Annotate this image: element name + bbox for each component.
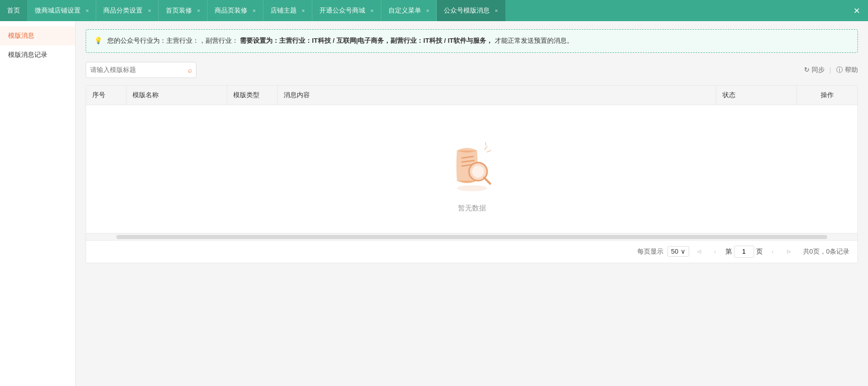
sidebar-item-template-msg[interactable]: 模版消息 <box>0 26 75 45</box>
sync-icon: ↻ <box>804 66 810 73</box>
tab-category-close[interactable]: × <box>148 8 151 14</box>
content-area: 💡 您的公众号行业为：主营行业：，副营行业： 需要设置为：主营行业：IT科技 /… <box>76 21 868 386</box>
tab-mall[interactable]: 开通公众号商城 × <box>312 0 381 21</box>
top-nav: 首页 微商城店铺设置 × 商品分类设置 × 首页装修 × 商品页装修 × 店铺主… <box>0 0 868 21</box>
svg-point-5 <box>472 166 484 178</box>
th-content: 消息内容 <box>278 86 716 105</box>
per-page-label: 每页显示 <box>637 247 663 256</box>
sync-label: 同步 <box>812 65 825 74</box>
notice-prefix: 您的公众号行业为：主营行业：，副营行业： <box>107 37 238 44</box>
prev-page-button[interactable]: ‹ <box>709 246 721 258</box>
svg-point-0 <box>457 185 487 191</box>
page-number-input[interactable] <box>734 246 754 258</box>
next-page-button[interactable]: › <box>767 246 779 258</box>
th-name: 模版名称 <box>126 86 227 105</box>
tab-theme-close[interactable]: × <box>302 8 305 14</box>
page-label-after: 页 <box>756 247 763 256</box>
horizontal-scrollbar[interactable] <box>86 233 857 240</box>
tab-custmenu-close[interactable]: × <box>426 8 429 14</box>
svg-line-6 <box>484 178 490 184</box>
th-action: 操作 <box>797 86 857 105</box>
page-label-before: 第 <box>725 247 732 256</box>
tab-homepage-label: 首页装修 <box>166 6 192 15</box>
tab-mall-label: 开通公众号商城 <box>319 6 365 15</box>
th-status: 状态 <box>716 86 797 105</box>
tab-product-close[interactable]: × <box>252 8 255 14</box>
tab-custmenu[interactable]: 自定义菜单 × <box>381 0 437 21</box>
per-page-select[interactable]: 50 ∨ <box>667 246 689 257</box>
tab-wshop-label: 微商城店铺设置 <box>35 6 81 15</box>
tab-product[interactable]: 商品页装修 × <box>208 0 263 21</box>
tab-template-label: 公众号模版消息 <box>444 6 490 15</box>
tab-homepage-close[interactable]: × <box>197 8 200 14</box>
tab-wshop[interactable]: 微商城店铺设置 × <box>28 0 96 21</box>
tab-wshop-close[interactable]: × <box>86 8 89 14</box>
first-page-button[interactable]: ⊲ <box>693 246 705 258</box>
empty-state: 暂无数据 <box>86 105 857 233</box>
tab-product-label: 商品页装修 <box>215 6 247 15</box>
svg-line-8 <box>487 150 491 152</box>
th-type: 模版类型 <box>227 86 278 105</box>
data-table: 序号 模版名称 模版类型 消息内容 状态 操作 <box>86 85 858 263</box>
total-info: 共0页，0条记录 <box>803 247 849 256</box>
sync-button[interactable]: ↻ 同步 <box>804 65 825 74</box>
tab-template-close[interactable]: × <box>495 8 498 14</box>
tab-theme[interactable]: 店铺主题 × <box>263 0 312 21</box>
last-page-button[interactable]: ⊳ <box>783 246 795 258</box>
search-bar: ⌕ ↻ 同步 | ⓘ 帮助 <box>86 62 858 78</box>
notice-banner: 💡 您的公众号行业为：主营行业：，副营行业： 需要设置为：主营行业：IT科技 /… <box>86 29 858 53</box>
tab-mall-close[interactable]: × <box>370 8 373 14</box>
tab-home-label: 首页 <box>7 6 20 15</box>
tab-category-label: 商品分类设置 <box>103 6 143 15</box>
main-layout: 模版消息 模版消息记录 💡 您的公众号行业为：主营行业：，副营行业： 需要设置为… <box>0 21 868 386</box>
search-input[interactable] <box>90 66 188 73</box>
help-icon: ⓘ <box>836 65 843 74</box>
search-actions: ↻ 同步 | ⓘ 帮助 <box>804 65 858 74</box>
help-button[interactable]: ⓘ 帮助 <box>836 65 858 74</box>
action-divider: | <box>830 66 831 73</box>
help-label: 帮助 <box>845 65 858 74</box>
scrollbar-track <box>116 235 827 239</box>
notice-suffix: 才能正常发送预置的消息。 <box>495 37 573 44</box>
tab-category[interactable]: 商品分类设置 × <box>96 0 158 21</box>
th-seq: 序号 <box>86 86 126 105</box>
per-page-value: 50 <box>671 248 678 255</box>
search-input-wrap[interactable]: ⌕ <box>86 62 196 78</box>
empty-illustration <box>442 135 502 196</box>
svg-line-7 <box>485 146 487 149</box>
notice-highlight: 需要设置为：主营行业：IT科技 / 互联网|电子商务，副营行业：IT科技 / I… <box>240 37 493 44</box>
tab-homepage[interactable]: 首页装修 × <box>159 0 208 21</box>
sidebar-item-template-record[interactable]: 模版消息记录 <box>0 45 75 64</box>
tab-template[interactable]: 公众号模版消息 × <box>437 0 505 21</box>
tab-theme-label: 店铺主题 <box>271 6 297 15</box>
page-input-wrap: 第 页 <box>725 246 763 258</box>
pagination: 每页显示 50 ∨ ⊲ ‹ 第 页 › ⊳ 共0页，0条记录 <box>86 240 857 263</box>
tab-custmenu-label: 自定义菜单 <box>388 6 421 15</box>
search-icon[interactable]: ⌕ <box>188 66 192 74</box>
nav-close-button[interactable]: ✕ <box>845 0 868 21</box>
sidebar: 模版消息 模版消息记录 <box>0 21 76 386</box>
tab-home[interactable]: 首页 <box>0 0 28 21</box>
table-header: 序号 模版名称 模版类型 消息内容 状态 操作 <box>86 86 857 105</box>
bulb-icon: 💡 <box>94 37 102 44</box>
empty-text: 暂无数据 <box>458 204 486 213</box>
chevron-down-icon: ∨ <box>681 248 686 255</box>
